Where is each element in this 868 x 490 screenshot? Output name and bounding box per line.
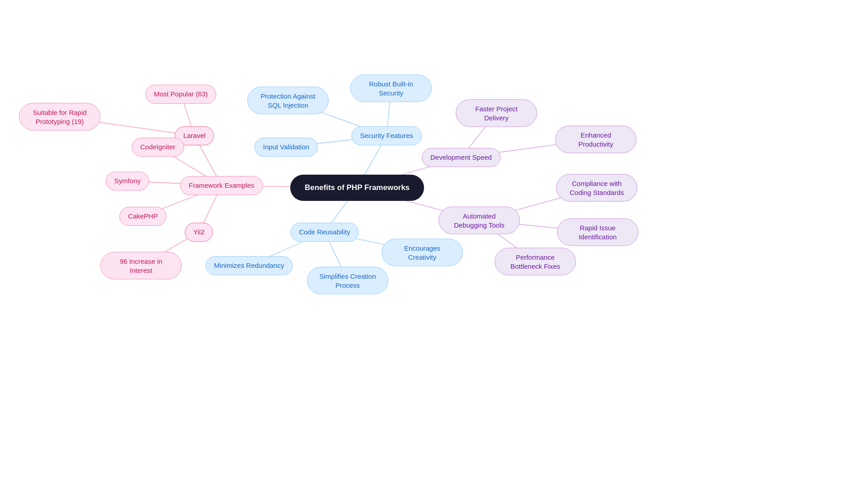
node-increase-interest: 96 Increase in Interest — [100, 252, 182, 280]
node-cakephp: CakePHP — [119, 207, 166, 226]
node-protection-sql: Protection Against SQL Injection — [247, 87, 329, 114]
node-suitable-rapid: Suitable for Rapid Prototyping (19) — [19, 103, 100, 131]
node-simplifies-creation: Simplifies Creation Process — [307, 267, 388, 295]
node-faster-project: Faster Project Delivery — [456, 100, 537, 127]
center-node: Benefits of PHP Frameworks — [290, 175, 424, 201]
node-development-speed: Development Speed — [422, 148, 500, 167]
node-enhanced-productivity: Enhanced Productivity — [555, 126, 637, 153]
node-automated-debugging: Automated Debugging Tools — [439, 207, 520, 234]
mind-map: Benefits of PHP FrameworksFramework Exam… — [0, 0, 868, 490]
node-compliance-coding: Compliance with Coding Standards — [556, 174, 637, 202]
node-encourages-creativity: Encourages Creativity — [382, 239, 463, 266]
node-codeigniter: CodeIgniter — [132, 138, 184, 157]
node-yii2: Yii2 — [185, 223, 213, 242]
node-symfony: Symfony — [106, 171, 149, 190]
node-minimizes-redundancy: Minimizes Redundancy — [205, 256, 292, 275]
node-framework-examples: Framework Examples — [180, 176, 263, 195]
node-code-reusability: Code Reusability — [290, 223, 359, 242]
node-rapid-issue: Rapid Issue Identification — [557, 219, 638, 246]
node-robust-security: Robust Built-in Security — [350, 75, 432, 102]
node-security-features: Security Features — [351, 126, 422, 145]
node-performance-bottleneck: Performance Bottleneck Fixes — [495, 248, 576, 276]
node-most-popular: Most Popular (63) — [145, 85, 216, 104]
node-input-validation: Input Validation — [255, 138, 318, 157]
